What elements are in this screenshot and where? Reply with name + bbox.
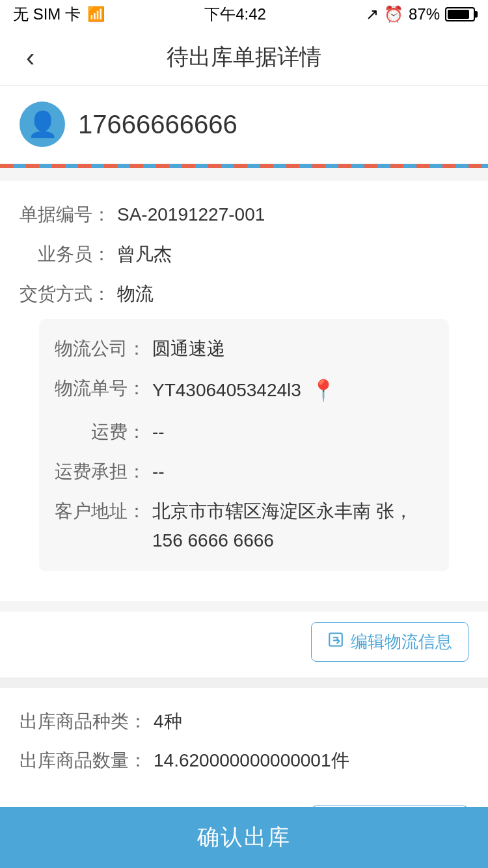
order-number-label: 单据编号： — [20, 200, 111, 230]
order-info-section: 单据编号： SA-20191227-001 业务员： 曾凡杰 交货方式： 物流 … — [0, 181, 488, 601]
page-title: 待出库单据详情 — [167, 42, 321, 72]
address-value: 北京市市辖区海淀区永丰南 张，156 6666 6666 — [152, 497, 433, 556]
status-bar: 无 SIM 卡 📶 下午4:42 ↗ ⏰ 87% — [0, 0, 488, 29]
alarm-icon: ⏰ — [384, 5, 403, 23]
goods-type-value: 4种 — [154, 707, 182, 737]
edit-logistics-label: 编辑物流信息 — [351, 631, 452, 653]
logistics-company-label: 物流公司： — [55, 334, 146, 364]
tracking-label: 物流单号： — [55, 374, 146, 403]
goods-type-row: 出库商品种类： 4种 — [20, 707, 468, 737]
logistics-card: 物流公司： 圆通速递 物流单号： YT43064053424l3 📍 运费： -… — [39, 319, 449, 571]
freight-value: -- — [152, 418, 433, 447]
dashed-divider — [0, 164, 488, 168]
user-phone: 17666666666 — [78, 110, 237, 139]
address-label: 客户地址： — [55, 497, 146, 526]
delivery-label: 交货方式： — [20, 280, 111, 309]
location-pin-icon: 📍 — [310, 374, 336, 407]
salesman-value: 曾凡杰 — [117, 240, 468, 269]
goods-quantity-label: 出库商品数量： — [20, 746, 147, 776]
goods-quantity-value: 14.620000000000001件 — [154, 746, 349, 776]
location-status-icon: ↗ — [366, 5, 379, 23]
confirm-btn-wrap: 确认出库 — [0, 807, 488, 868]
address-row: 客户地址： 北京市市辖区海淀区永丰南 张，156 6666 6666 — [55, 497, 433, 556]
back-button[interactable]: ‹ — [20, 38, 41, 77]
carrier-text: 无 SIM 卡 — [13, 4, 81, 25]
freight-bearer-row: 运费承担： -- — [55, 457, 433, 487]
section-divider — [0, 677, 488, 688]
freight-row: 运费： -- — [55, 418, 433, 447]
order-number-value: SA-20191227-001 — [117, 200, 468, 230]
salesman-label: 业务员： — [20, 240, 111, 269]
goods-type-label: 出库商品种类： — [20, 707, 147, 737]
goods-section: 出库商品种类： 4种 出库商品数量： 14.620000000000001件 — [0, 688, 488, 796]
wifi-icon: 📶 — [87, 6, 105, 23]
user-header: 👤 17666666666 — [0, 86, 488, 163]
freight-bearer-label: 运费承担： — [55, 457, 146, 487]
logistics-company-value: 圆通速递 — [152, 334, 433, 364]
goods-quantity-row: 出库商品数量： 14.620000000000001件 — [20, 746, 468, 776]
tracking-number: YT43064053424l3 — [152, 376, 301, 405]
delivery-row: 交货方式： 物流 — [20, 280, 468, 309]
avatar-icon: 👤 — [27, 110, 58, 139]
order-number-row: 单据编号： SA-20191227-001 — [20, 200, 468, 230]
battery-icon — [445, 7, 475, 21]
edit-icon — [327, 631, 344, 653]
confirm-outbound-button[interactable]: 确认出库 — [197, 822, 291, 852]
edit-logistics-button[interactable]: 编辑物流信息 — [311, 622, 468, 662]
edit-btn-row: 编辑物流信息 — [0, 612, 488, 677]
logistics-company-row: 物流公司： 圆通速递 — [55, 334, 433, 364]
time-display: 下午4:42 — [204, 4, 266, 25]
tracking-value-wrap: YT43064053424l3 📍 — [152, 374, 433, 407]
avatar: 👤 — [20, 102, 65, 147]
nav-bar: ‹ 待出库单据详情 — [0, 29, 488, 86]
delivery-value: 物流 — [117, 280, 468, 309]
freight-bearer-value: -- — [152, 457, 433, 487]
battery-percent: 87% — [409, 5, 440, 23]
salesman-row: 业务员： 曾凡杰 — [20, 240, 468, 269]
freight-label: 运费： — [55, 418, 146, 447]
tracking-row: 物流单号： YT43064053424l3 📍 — [55, 374, 433, 407]
